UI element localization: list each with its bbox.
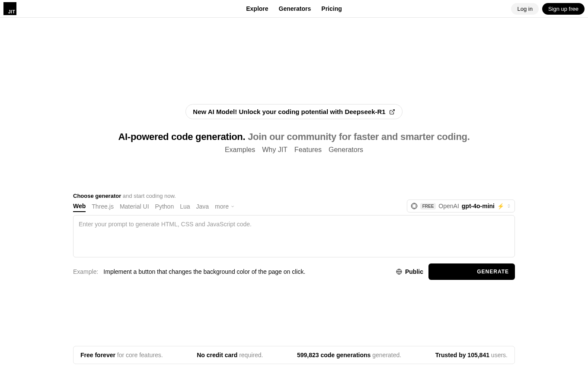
stats-bar: Free forever for core features. No credi… (73, 346, 515, 364)
stat-nocard-bold: No credit card (197, 352, 237, 358)
generator-tabs: Web Three.js Material UI Python Lua Java… (73, 203, 235, 212)
model-provider: OpenAI (438, 203, 459, 209)
svg-line-0 (392, 109, 394, 112)
stat-generations-bold: 599,823 code generations (297, 352, 371, 358)
example-label: Example: (73, 268, 98, 275)
signup-button[interactable]: Sign up free (542, 3, 585, 15)
openai-icon (411, 203, 418, 209)
visibility-label: Public (405, 268, 423, 275)
model-name: gpt-4o-mini (462, 203, 495, 209)
subnav-generators[interactable]: Generators (329, 146, 363, 154)
subnav-examples[interactable]: Examples (225, 146, 255, 154)
hero: New AI Model! Unlock your coding potenti… (0, 104, 588, 154)
stat-generations-muted: generated. (371, 352, 401, 358)
prompt-input[interactable] (79, 221, 509, 250)
tab-python[interactable]: Python (155, 203, 174, 212)
stat-free-muted: for core features. (115, 352, 163, 358)
generator-head-left: Choose generator and start coding now. W… (73, 193, 235, 212)
nav-right: Log in Sign up free (511, 3, 585, 15)
header: JIT Explore Generators Pricing Log in Si… (0, 0, 588, 18)
external-link-icon (389, 109, 395, 115)
chevron-down-icon (230, 204, 235, 209)
logo[interactable]: JIT (3, 2, 16, 15)
tagline: AI-powered code generation. Join our com… (0, 131, 588, 143)
nav-explore[interactable]: Explore (246, 5, 268, 12)
prompt-box (73, 215, 515, 257)
bolt-icon: ⚡ (497, 203, 504, 209)
announcement-text: New AI Model! Unlock your coding potenti… (193, 108, 385, 115)
tagline-muted: Join our community for faster and smarte… (248, 131, 470, 142)
subnav-features[interactable]: Features (294, 146, 322, 154)
stat-nocard-muted: required. (237, 352, 263, 358)
free-badge: FREE (420, 203, 436, 209)
choose-generator-label: Choose generator and start coding now. (73, 193, 235, 199)
below-row: Example: Implement a button that changes… (73, 263, 515, 280)
tab-web[interactable]: Web (73, 203, 86, 212)
choose-muted: and start coding now. (121, 193, 176, 199)
stat-free: Free forever for core features. (80, 352, 163, 358)
nav-center: Explore Generators Pricing (246, 5, 342, 12)
stat-users-bold: Trusted by 105,841 (435, 352, 489, 358)
tab-threejs[interactable]: Three.js (92, 203, 114, 212)
stat-users: Trusted by 105,841 users. (435, 352, 508, 358)
generator-section: Choose generator and start coding now. W… (73, 193, 515, 280)
tagline-strong: AI-powered code generation. (118, 131, 245, 142)
tab-material-ui[interactable]: Material UI (120, 203, 149, 212)
subnav-why[interactable]: Why JIT (262, 146, 288, 154)
tab-more-label: more (215, 203, 229, 210)
tab-java[interactable]: Java (196, 203, 209, 212)
generate-button[interactable]: GENERATE (428, 263, 515, 280)
globe-icon (396, 268, 403, 275)
stat-nocard: No credit card required. (197, 352, 263, 358)
announcement-pill[interactable]: New AI Model! Unlock your coding potenti… (185, 104, 402, 119)
generator-head: Choose generator and start coding now. W… (73, 193, 515, 212)
choose-strong: Choose generator (73, 193, 121, 199)
stat-users-muted: users. (489, 352, 508, 358)
stat-generations: 599,823 code generations generated. (297, 352, 401, 358)
svg-point-1 (411, 203, 417, 209)
example-text[interactable]: Implement a button that changes the back… (103, 268, 305, 275)
tab-more[interactable]: more (215, 203, 235, 212)
login-button[interactable]: Log in (511, 3, 538, 15)
nav-generators[interactable]: Generators (279, 5, 311, 12)
hero-subnav: Examples Why JIT Features Generators (0, 146, 588, 154)
model-selector[interactable]: FREE OpenAI gpt-4o-mini ⚡ (407, 200, 515, 212)
tab-lua[interactable]: Lua (180, 203, 190, 212)
visibility-toggle[interactable]: Public (396, 268, 423, 275)
stat-free-bold: Free forever (80, 352, 115, 358)
nav-pricing[interactable]: Pricing (321, 5, 342, 12)
chevron-updown-icon (507, 204, 511, 208)
